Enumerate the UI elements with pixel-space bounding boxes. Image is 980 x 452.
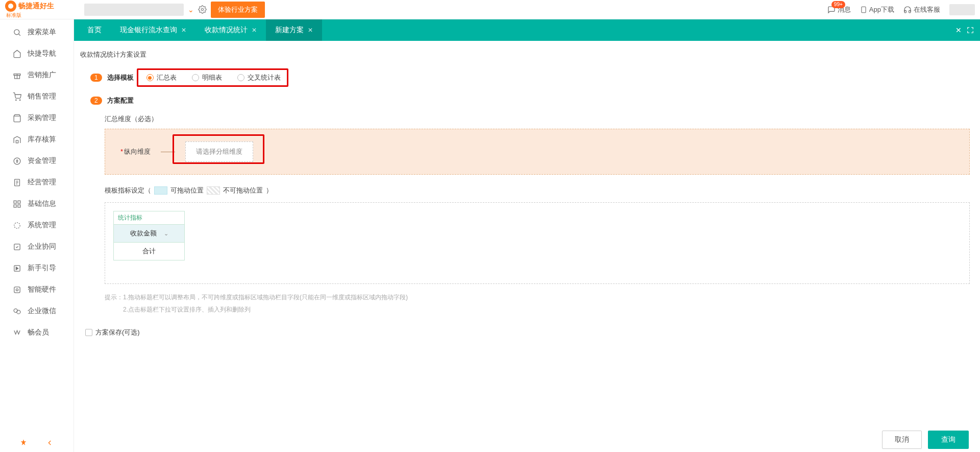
top-header: 畅捷通好生 标准版 ⌄ 体验行业方案 99+ 消息 App下载 在线客服 <box>0 0 980 19</box>
message-badge: 99+ <box>831 1 845 8</box>
sidebar-item-wechat[interactable]: 企业微信 <box>0 300 74 322</box>
fullscreen-icon[interactable] <box>967 27 974 34</box>
svg-point-8 <box>15 100 16 100</box>
svg-rect-17 <box>14 201 16 203</box>
cart-icon <box>12 92 21 101</box>
logo-subtitle: 标准版 <box>6 12 21 19</box>
bag-icon <box>12 113 21 123</box>
svg-point-21 <box>14 222 19 228</box>
search-icon <box>12 28 21 37</box>
messages-link[interactable]: 99+ 消息 <box>827 5 851 14</box>
step-2-label: 方案配置 <box>107 96 134 105</box>
radio-detail[interactable]: 明细表 <box>192 73 222 82</box>
loop-icon <box>12 221 21 230</box>
svg-point-25 <box>16 289 18 291</box>
content-panel: 收款情况统计方案设置 1 选择模板 汇总表 明细表 交叉统计表 2 方案配置 <box>74 41 980 452</box>
sidebar-item-collab[interactable]: 企业协同 <box>0 236 74 257</box>
dimension-area: *纵向维度 请选择分组维度 <box>105 129 970 175</box>
page-title: 收款情况统计方案设置 <box>80 50 970 59</box>
indicator-area: 统计指标 收款金额⌄ 合计 <box>105 202 970 284</box>
sidebar: 搜索菜单 快捷导航 营销推广 销售管理 采购管理 库存核算 资金管理 经营管理 … <box>0 19 74 452</box>
chevron-down-icon: ⌄ <box>164 230 168 237</box>
logo-area: 畅捷通好生 标准版 <box>5 1 74 19</box>
step-1-badge: 1 <box>90 74 102 82</box>
home-icon <box>12 49 21 58</box>
arrow-icon <box>12 264 21 273</box>
device-icon <box>12 285 21 294</box>
sidebar-item-operation[interactable]: 经营管理 <box>0 172 74 193</box>
money-icon <box>12 156 21 165</box>
sync-icon <box>12 242 21 251</box>
sidebar-item-basic[interactable]: 基础信息 <box>0 193 74 215</box>
swatch-locked-icon <box>207 186 220 195</box>
tab-new-plan[interactable]: 新建方案✕ <box>266 19 322 41</box>
phone-icon <box>860 6 867 14</box>
avatar[interactable] <box>949 4 975 15</box>
highlight-box-1: 汇总表 明细表 交叉统计表 <box>137 68 288 87</box>
sidebar-item-sales[interactable]: 销售管理 <box>0 86 74 107</box>
indicator-table: 统计指标 收款金额⌄ 合计 <box>113 211 185 260</box>
dimension-label: *纵向维度 <box>120 147 151 156</box>
svg-point-0 <box>201 8 203 10</box>
sidebar-item-nav[interactable]: 快捷导航 <box>0 43 74 64</box>
tab-receipt-stats[interactable]: 收款情况统计✕ <box>195 19 266 41</box>
sidebar-item-hardware[interactable]: 智能硬件 <box>0 279 74 300</box>
svg-point-9 <box>19 100 20 100</box>
indicator-legend: 模板指标设定（ 可拖动位置 不可拖动位置 ） <box>105 186 970 195</box>
sidebar-item-marketing[interactable]: 营销推广 <box>0 64 74 86</box>
collapse-icon[interactable] <box>46 439 54 447</box>
close-icon[interactable]: ✕ <box>252 27 257 34</box>
step-2-row: 2 方案配置 <box>80 96 970 105</box>
tab-bar: 首页 现金银行流水查询✕ 收款情况统计✕ 新建方案✕ ✕ <box>74 19 980 41</box>
company-selector[interactable]: ⌄ <box>84 4 194 16</box>
svg-rect-18 <box>17 201 20 203</box>
warehouse-icon <box>12 135 21 144</box>
close-all-icon[interactable]: ✕ <box>955 26 962 34</box>
sidebar-item-guide[interactable]: 新手引导 <box>0 257 74 279</box>
close-icon[interactable]: ✕ <box>308 27 313 34</box>
step-1-label: 选择模板 <box>107 73 134 82</box>
tab-cash-bank[interactable]: 现金银行流水查询✕ <box>111 19 195 41</box>
logo-text: 畅捷通好生 <box>18 2 54 11</box>
logo-icon <box>5 1 16 12</box>
sidebar-item-inventory[interactable]: 库存核算 <box>0 129 74 150</box>
sidebar-item-vip[interactable]: 畅会员 <box>0 322 74 343</box>
step-2-badge: 2 <box>90 97 102 105</box>
footer-buttons: 取消 查询 <box>882 431 969 449</box>
indicator-item[interactable]: 收款金额⌄ <box>114 225 184 243</box>
close-icon[interactable]: ✕ <box>181 27 186 34</box>
svg-rect-24 <box>14 287 19 292</box>
sidebar-item-search[interactable]: 搜索菜单 <box>0 21 74 43</box>
radio-summary[interactable]: 汇总表 <box>146 73 177 82</box>
gear-icon[interactable] <box>198 5 207 14</box>
app-download-link[interactable]: App下载 <box>860 5 894 14</box>
pin-icon[interactable] <box>19 439 28 447</box>
customer-service-link[interactable]: 在线客服 <box>903 5 940 14</box>
save-plan-row[interactable]: 方案保存(可选) <box>85 328 970 337</box>
svg-point-27 <box>16 310 20 314</box>
query-button[interactable]: 查询 <box>928 431 969 449</box>
swatch-draggable-icon <box>154 186 167 195</box>
main: 首页 现金银行流水查询✕ 收款情况统计✕ 新建方案✕ ✕ 收款情况统计方案设置 … <box>74 19 980 452</box>
step-1-row: 1 选择模板 汇总表 明细表 交叉统计表 <box>80 68 970 87</box>
header-right: 99+ 消息 App下载 在线客服 <box>827 4 975 15</box>
svg-rect-19 <box>14 204 16 207</box>
checkbox-icon[interactable] <box>85 329 92 336</box>
sidebar-item-system[interactable]: 系统管理 <box>0 215 74 236</box>
wechat-icon <box>12 306 21 316</box>
gift-icon <box>12 70 21 80</box>
svg-line-4 <box>18 34 20 35</box>
grid-icon <box>12 199 21 208</box>
svg-rect-20 <box>17 204 20 207</box>
chevron-down-icon: ⌄ <box>188 6 194 14</box>
industry-plan-button[interactable]: 体验行业方案 <box>211 2 265 18</box>
sidebar-item-purchase[interactable]: 采购管理 <box>0 107 74 129</box>
cancel-button[interactable]: 取消 <box>882 431 922 449</box>
svg-rect-11 <box>16 140 18 142</box>
svg-point-3 <box>14 29 19 34</box>
tab-home[interactable]: 首页 <box>78 19 111 41</box>
radio-cross[interactable]: 交叉统计表 <box>237 73 281 82</box>
svg-rect-1 <box>862 7 866 13</box>
sidebar-item-fund[interactable]: 资金管理 <box>0 150 74 172</box>
tips: 提示：1.拖动标题栏可以调整布局，不可跨维度或指标区域拖动栏目字段(只能在同一维… <box>105 291 970 316</box>
